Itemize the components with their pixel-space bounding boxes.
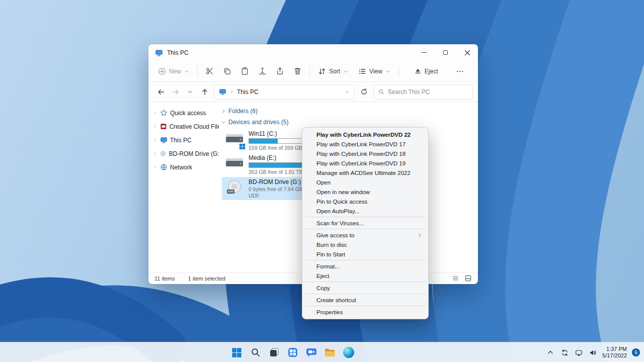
share-button[interactable] [272,64,288,79]
search-input[interactable] [388,88,468,96]
sidebar-item-creative-cloud-files[interactable]: Creative Cloud Files [148,120,219,133]
menu-item-label: Copy [316,285,330,291]
sidebar-item-this-pc[interactable]: This PC [148,133,219,147]
titlebar[interactable]: This PC [148,44,478,61]
hidden-icons-button[interactable] [546,348,555,357]
desktop: This PC New [0,0,644,362]
menu-item-play-powerdvd-18[interactable]: Play with CyberLink PowerDVD 18 [304,149,427,158]
taskbar-search-button[interactable] [246,342,265,362]
menu-item-open[interactable]: Open [304,177,427,187]
chevron-right-icon[interactable] [153,138,157,142]
large-icons-view-icon[interactable] [464,275,472,282]
close-button[interactable] [456,44,478,61]
recent-locations-button[interactable] [183,85,197,99]
task-view-button[interactable] [265,342,283,362]
menu-item-eject[interactable]: Eject [304,271,427,281]
group-header-devices-and-drives[interactable]: Devices and drives (5) [221,117,478,128]
sort-button[interactable]: Sort [313,65,353,78]
trash-icon [293,67,302,75]
menu-item-open-in-new-window[interactable]: Open in new window [304,187,427,197]
new-button[interactable]: New [153,65,194,78]
edge-button[interactable] [339,342,358,362]
menu-item-create-shortcut[interactable]: Create shortcut [304,295,427,305]
maximize-button[interactable] [435,44,456,61]
chevron-down-icon [184,69,189,74]
widgets-button[interactable] [283,342,302,362]
chevron-right-icon[interactable] [153,124,157,129]
menu-item-manage-acdsee[interactable]: Manage with ACDSee Ultimate 2022 [304,168,427,177]
menu-item-copy[interactable]: Copy [304,283,427,293]
group-header-folders[interactable]: Folders (6) [221,106,478,117]
menu-item-play-powerdvd-17[interactable]: Play with CyberLink PowerDVD 17 [304,139,427,149]
selection-count: 1 item selected [188,276,225,282]
copy-button[interactable] [219,64,235,79]
menu-item-play-powerdvd-19[interactable]: Play with CyberLink PowerDVD 19 [304,158,427,168]
menu-item-play-powerdvd-22[interactable]: Play with CyberLink PowerDVD 22 [304,130,427,139]
chat-button[interactable] [302,342,320,362]
plus-circle-icon [158,67,166,75]
sort-icon [318,67,326,75]
command-bar: New Sort View Eje [148,61,478,82]
chevron-right-icon[interactable] [221,109,226,114]
search-box[interactable] [373,84,473,100]
menu-item-label: Play with CyberLink PowerDVD 18 [316,151,406,157]
clock-date: 5/17/2022 [602,352,627,358]
file-explorer-button[interactable] [320,342,339,362]
search-icon [251,347,261,357]
menu-item-scan-for-viruses[interactable]: Scan for Viruses... [304,218,427,228]
window-title: This PC [167,49,189,56]
copy-icon [223,67,231,75]
cut-button[interactable] [201,64,218,79]
sync-tray-button[interactable] [560,348,569,357]
hard-drive-icon [225,131,244,148]
address-bar[interactable]: This PC [214,84,355,100]
sidebar-item-network[interactable]: Network [148,160,219,174]
eject-button[interactable]: Eject [410,65,443,77]
chevron-down-icon[interactable] [221,120,226,125]
menu-item-pin-to-quick-access[interactable]: Pin to Quick access [304,197,427,206]
windows-logo-icon [231,347,242,358]
taskbar-center [227,342,358,362]
paste-button[interactable] [236,64,253,79]
back-button[interactable] [153,85,168,99]
windows-flag-icon [239,143,246,150]
menu-item-give-access-to[interactable]: Give access to [304,230,427,240]
disc-icon [160,150,167,157]
minimize-button[interactable] [413,44,435,61]
delete-button[interactable] [289,64,306,79]
chevron-right-icon[interactable] [153,111,157,115]
details-view-icon[interactable] [452,275,459,282]
view-button[interactable]: View [354,65,395,78]
notification-badge[interactable]: 6 [632,348,640,356]
menu-item-label: Pin to Start [316,251,345,257]
chevron-right-icon[interactable] [153,151,157,156]
menu-item-pin-to-start[interactable]: Pin to Start [304,249,427,259]
this-pc-icon [155,49,163,57]
menu-item-burn-to-disc[interactable]: Burn to disc [304,240,427,249]
breadcrumb-location[interactable]: This PC [237,88,259,96]
taskbar: 1:37 PM 5/17/2022 6 [0,342,644,362]
sidebar-item-label: Creative Cloud Files [170,123,219,130]
view-label: View [369,68,382,75]
up-button[interactable] [197,85,212,99]
forward-button[interactable] [168,85,183,99]
menu-item-properties[interactable]: Properties [304,307,427,317]
sidebar-item-bdrom-drive[interactable]: BD-ROM Drive (G:) IT [148,147,219,160]
rename-button[interactable] [254,64,271,79]
sidebar-item-quick-access[interactable]: Quick access [148,106,219,120]
menu-item-format[interactable]: Format... [304,261,427,271]
network-tray-button[interactable] [574,348,583,357]
maximize-icon [443,50,448,55]
volume-tray-button[interactable] [588,348,597,357]
widgets-icon [287,347,298,358]
see-more-button[interactable] [452,64,468,79]
menu-item-open-autoplay[interactable]: Open AutoPlay... [304,206,427,216]
start-button[interactable] [227,342,246,362]
menu-item-label: Play with CyberLink PowerDVD 17 [316,141,406,147]
refresh-button[interactable] [357,85,371,99]
clock[interactable]: 1:37 PM 5/17/2022 [602,346,627,359]
svg-text:DVD: DVD [228,190,234,193]
monitor-icon [160,136,168,144]
address-dropdown-chevron-icon[interactable] [345,89,350,95]
chevron-right-icon[interactable] [153,165,157,169]
